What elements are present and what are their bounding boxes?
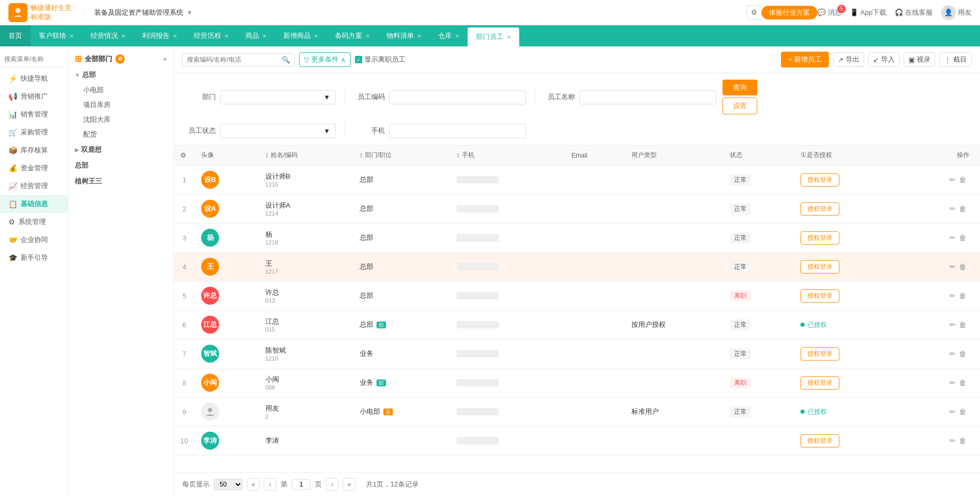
emp-code-input[interactable]: [389, 90, 526, 104]
delete-button[interactable]: 🗑: [959, 291, 966, 300]
prev-page-button[interactable]: ‹: [264, 478, 276, 491]
sidebar-item-collab[interactable]: 🤝企业协同: [0, 231, 68, 249]
phone-input[interactable]: [389, 124, 526, 138]
dept-node-project[interactable]: 项目库房: [68, 98, 173, 112]
nav-item-crm[interactable]: 客户联络 ✕: [31, 25, 82, 46]
sidebar-item-sales[interactable]: 📊销售管理: [0, 105, 68, 123]
dept-node-shuanglu[interactable]: ▶ 双鹿想: [68, 142, 173, 158]
sidebar-item-guide[interactable]: 🎓新手引导: [0, 249, 68, 267]
authorize-button[interactable]: 授权登录: [800, 202, 839, 216]
dept-node-hq[interactable]: 总部: [68, 158, 173, 173]
nav-item-goods[interactable]: 商品 ✕: [237, 25, 275, 46]
nav-item-bom[interactable]: 物料清单 ✕: [378, 25, 430, 46]
close-icon[interactable]: ✕: [314, 33, 318, 39]
delete-button[interactable]: 🗑: [959, 320, 966, 329]
gear-button[interactable]: ⚙: [747, 5, 761, 20]
first-page-button[interactable]: «: [247, 478, 260, 491]
delete-button[interactable]: 🗑: [959, 262, 966, 271]
last-page-button[interactable]: »: [343, 478, 355, 491]
dropdown-arrow-icon[interactable]: ▼: [186, 9, 193, 16]
nav-item-barcode[interactable]: 条码方案 ✕: [326, 25, 378, 46]
next-page-button[interactable]: ›: [326, 478, 339, 491]
nav-item-employees[interactable]: 部门员工 ✕: [468, 27, 519, 46]
delete-button[interactable]: 🗑: [959, 407, 966, 416]
close-icon[interactable]: ✕: [365, 33, 370, 39]
delete-button[interactable]: 🗑: [959, 349, 966, 358]
edit-button[interactable]: ✏: [949, 320, 956, 329]
message-button[interactable]: 💬 消息 5: [817, 8, 842, 17]
app-download-button[interactable]: 📱 App下载: [850, 8, 886, 17]
sidebar-item-finance[interactable]: 💰资金管理: [0, 159, 68, 177]
set-button[interactable]: 设置: [722, 98, 757, 114]
sidebar-item-system[interactable]: ⚙系统管理: [0, 213, 68, 231]
view-button[interactable]: ▣ 视录: [904, 52, 935, 67]
close-icon[interactable]: ✕: [224, 33, 229, 39]
emp-status-select[interactable]: ▼: [220, 124, 336, 138]
nav-item-history[interactable]: 经营历程 ✕: [185, 25, 237, 46]
authorize-button[interactable]: 授权登录: [800, 231, 839, 245]
import-button[interactable]: ↙ 导入: [868, 52, 899, 67]
delete-button[interactable]: 🗑: [959, 234, 966, 242]
show-resigned-toggle[interactable]: ✓ 显示离职员工: [355, 55, 405, 64]
edit-button[interactable]: ✏: [949, 262, 956, 271]
search-input[interactable]: [187, 56, 282, 63]
nav-item-warehouse[interactable]: 仓库 ✕: [430, 25, 468, 46]
online-support-button[interactable]: 🎧 在线客服: [895, 8, 933, 17]
sidebar-search-input[interactable]: [4, 55, 68, 63]
authorize-button[interactable]: 授权登录: [800, 434, 839, 448]
col-dept[interactable]: ↕ 部门/职位: [353, 145, 450, 166]
sidebar-item-purchase[interactable]: 🛒采购管理: [0, 123, 68, 141]
delete-button[interactable]: 🗑: [959, 176, 966, 184]
edit-button[interactable]: ✏: [949, 205, 956, 213]
edit-button[interactable]: ✏: [949, 176, 956, 184]
dept-select[interactable]: ▼: [220, 90, 336, 104]
authorize-button[interactable]: 授权登录: [800, 376, 839, 390]
sidebar-item-basic-info[interactable]: 📋基础信息: [0, 195, 68, 213]
filter-button[interactable]: ▽ 更多条件 ∧: [299, 52, 351, 67]
authorize-button[interactable]: 授权登录: [800, 260, 839, 274]
close-icon[interactable]: ✕: [262, 33, 266, 39]
collapse-tree-button[interactable]: «: [163, 55, 167, 63]
nav-item-profit[interactable]: 利润报告 ✕: [134, 25, 185, 46]
dept-node-xiaodian[interactable]: 小电部: [68, 83, 173, 98]
sidebar-item-shortcut[interactable]: ⚡快捷导航: [0, 70, 68, 87]
authorize-button[interactable]: 授权登录: [800, 347, 839, 361]
delete-button[interactable]: 🗑: [959, 205, 966, 213]
trial-button[interactable]: 体验行业方案: [761, 6, 817, 20]
col-phone[interactable]: ↕ 手机: [450, 145, 565, 166]
dept-node-general[interactable]: ▼ 总部: [68, 67, 173, 83]
search-button[interactable]: 查询: [722, 80, 757, 95]
edit-button[interactable]: ✏: [949, 436, 956, 445]
close-icon[interactable]: ✕: [417, 33, 421, 39]
edit-button[interactable]: ✏: [949, 407, 956, 416]
close-icon[interactable]: ✕: [70, 33, 74, 39]
close-icon-active[interactable]: ✕: [507, 34, 511, 40]
add-employee-button[interactable]: + 新增员工: [781, 52, 829, 67]
authorize-button[interactable]: 授权登录: [800, 173, 839, 187]
edit-button[interactable]: ✏: [949, 291, 956, 300]
emp-name-input[interactable]: [579, 90, 716, 104]
nav-item-operations[interactable]: 经营情况 ✕: [82, 25, 134, 46]
col-name[interactable]: ↕ 姓名/编码: [259, 145, 353, 166]
per-page-select[interactable]: 50 100 200: [214, 479, 243, 490]
sidebar-item-management[interactable]: 📈经营管理: [0, 177, 68, 195]
close-icon[interactable]: ✕: [455, 33, 459, 39]
user-menu-button[interactable]: 👤 用友: [941, 5, 972, 20]
search-submit-icon[interactable]: 🔍: [282, 56, 290, 64]
dept-node-distribution[interactable]: 配货: [68, 127, 173, 142]
delete-button[interactable]: 🗑: [959, 436, 966, 445]
sidebar-item-marketing[interactable]: 📢营销推广: [0, 87, 68, 105]
close-icon[interactable]: ✕: [173, 33, 177, 39]
delete-button[interactable]: 🗑: [959, 378, 966, 387]
edit-button[interactable]: ✏: [949, 349, 956, 358]
export-button[interactable]: ↗ 导出: [833, 52, 864, 67]
edit-button[interactable]: ✏: [949, 378, 956, 387]
nav-item-home[interactable]: 首页: [0, 25, 31, 46]
page-input[interactable]: [292, 479, 311, 490]
authorize-button[interactable]: 授权登录: [800, 289, 839, 303]
dept-node-shenyang[interactable]: 沈阳大库: [68, 112, 173, 127]
close-icon[interactable]: ✕: [121, 33, 125, 39]
col-settings[interactable]: ⚙: [174, 145, 195, 166]
sidebar-item-inventory[interactable]: 📦库存核算: [0, 141, 68, 159]
nav-item-new-goods[interactable]: 新增商品 ✕: [275, 25, 326, 46]
